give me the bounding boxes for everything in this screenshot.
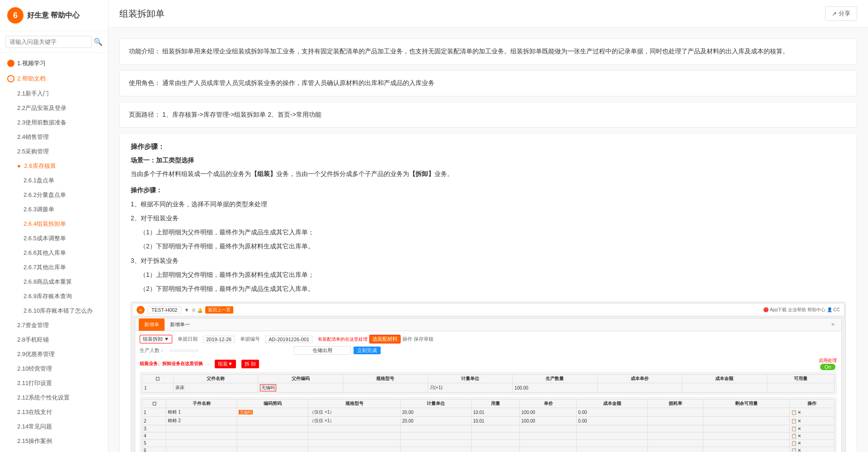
sidebar-item-2-6-6[interactable]: 2.6.6其他入库单 xyxy=(0,246,108,260)
content-area: 功能介绍： 组装拆卸单用来处理企业组装或拆卸等加工业务，支持有固定装配清单的产品… xyxy=(108,28,868,452)
l-cell-spec3 xyxy=(308,425,401,433)
l-cell-remain3 xyxy=(703,425,789,433)
l-cell-1: 1 xyxy=(142,408,166,417)
mock-close-icon[interactable]: ✕ xyxy=(828,321,838,328)
step2: 2、对于组装业务 xyxy=(131,213,846,224)
l-cell-name5 xyxy=(166,440,237,447)
ops-title: 操作步骤： xyxy=(131,143,846,151)
sidebar: 6 好生意 帮助中心 🔍 + 1.视频学习 − 2.帮助文档 2.1新手入门 2… xyxy=(0,0,108,452)
sidebar-item-2-6-8[interactable]: 2.6.8商品成本重算 xyxy=(0,275,108,289)
mock-bill-label: 单据编号 xyxy=(240,336,260,343)
mock-logo: 6 xyxy=(137,306,145,314)
mock-app-window: 6 TEST-H002 ▼ ⚙ 🔔 返回上一页 🔴 App下载 企业帮助 帮助中… xyxy=(131,302,845,452)
annotation3-text: 组装业务、拆卸业务在这里切换 xyxy=(140,361,203,367)
search-input[interactable] xyxy=(5,36,92,48)
mock-table-lower-head: ☐ 子件名称 编码简码 规格型号 计量单位 用量 单价 xyxy=(142,400,835,408)
l-cell-code2 xyxy=(237,417,308,425)
sidebar-item-2-6-7[interactable]: 2.6.7其他出库单 xyxy=(0,260,108,275)
mock-type-select[interactable]: 组装拆卸 ▼ xyxy=(140,335,172,343)
minus-circle-icon: ● xyxy=(17,162,21,169)
sidebar-item-2-3[interactable]: 2.3使用前数据准备 xyxy=(0,115,108,130)
sidebar-item-2-9[interactable]: 2.9优惠券管理 xyxy=(0,347,108,362)
mock-assembly-select[interactable]: 组装▼ xyxy=(215,360,236,368)
l-cell-spec5 xyxy=(308,440,401,447)
sidebar-item-2-12[interactable]: 2.12系统个性化设置 xyxy=(0,390,108,405)
mock-confirm-btn[interactable]: 立刻完成 xyxy=(354,347,381,354)
sidebar-item-2-10[interactable]: 2.10经营管理 xyxy=(0,362,108,376)
sidebar-item-2-5[interactable]: 2.5采购管理 xyxy=(0,144,108,159)
mock-tab-list[interactable]: 新增单一 xyxy=(165,319,195,331)
sidebar-item-2-1[interactable]: 2.1新手入门 xyxy=(0,86,108,101)
sidebar-item-2-6-4[interactable]: 2.6.4组装拆卸单 xyxy=(0,217,108,231)
sidebar-item-2-6-10[interactable]: 2.6.10库存账本错了怎么办 xyxy=(0,304,108,318)
sidebar-item-2-2[interactable]: 2.2产品安装及登录 xyxy=(0,101,108,115)
sidebar-item-2-8[interactable]: 2.8手机旺铺 xyxy=(0,333,108,347)
l-cell-price2: 100.00 xyxy=(520,417,577,425)
cell-cost-amount xyxy=(682,383,767,393)
l-cell-remain5 xyxy=(703,440,789,447)
sidebar-item-2-6-2[interactable]: 2.6.2分量盘点单 xyxy=(0,188,108,202)
mock-sections: 组装业务、拆卸业务在这里切换 ← 组装▼ 拆 卸 启用处理 On xyxy=(140,357,837,452)
sidebar-item-2-14[interactable]: 2.14常见问题 xyxy=(0,419,108,434)
table-row-l2: 2 棉棉 2 （仅仅 +1） 20.00 10.01 100.00 xyxy=(142,417,835,425)
sidebar-item-2-4[interactable]: 2.4销售管理 xyxy=(0,130,108,144)
col-cost-amount: 成本金额 xyxy=(682,375,767,383)
sidebar-item-2-13[interactable]: 2.13在线支付 xyxy=(0,405,108,419)
step2-2: （2）下部明细为子件明细，最终作为原材料生成其它出库单。 xyxy=(131,241,846,252)
role-block: 使用角色： 通常由生产人员或库管人员完成拆装业务的操作，库管人员确认原材料的出库… xyxy=(119,70,857,96)
step3-2: （2）下部明细为子件明细，最终作为产成品生成其它入库单。 xyxy=(131,283,846,295)
l-cell-price3 xyxy=(520,425,577,433)
sidebar-item-video[interactable]: + 1.视频学习 xyxy=(0,56,108,71)
mock-count-input[interactable] xyxy=(170,350,198,352)
role-text: 通常由生产人员或库管人员完成拆装业务的操作，库管人员确认原材料的出库和产成品的入… xyxy=(162,79,434,86)
sidebar-item-2-6-3[interactable]: 2.6.3调拨单 xyxy=(0,202,108,217)
mock-annotation-area1: 有装配清单的在这里处理 选装配材料 操作 保存审核 xyxy=(318,335,434,343)
search-button[interactable]: 🔍 xyxy=(94,38,103,46)
table-row-l4: 4 xyxy=(142,433,835,440)
sidebar-item-2-6[interactable]: ● 2.6库存核算 xyxy=(0,159,108,173)
mock-count-label: 生产人数： xyxy=(140,347,165,354)
sidebar-item-2-6-5[interactable]: 2.6.5成本调整单 xyxy=(0,231,108,246)
l-cell-unit5 xyxy=(401,440,472,447)
cell-check: 1 xyxy=(142,383,174,393)
sidebar-item-2-7[interactable]: 2.7资金管理 xyxy=(0,318,108,333)
l-cell-op6: 📋 ✕ xyxy=(789,447,834,452)
l-cell-name4 xyxy=(166,433,237,440)
sidebar-item-2-11[interactable]: 2.11打印设置 xyxy=(0,376,108,390)
l-cell-qty4 xyxy=(472,433,520,440)
table-header-row-lower: ☐ 子件名称 编码简码 规格型号 计量单位 用量 单价 xyxy=(142,400,835,408)
mock-on-toggle[interactable]: On xyxy=(820,364,836,370)
mock-dropdown-icon: ▼ xyxy=(184,307,189,313)
col-l-op: 操作 xyxy=(789,400,834,408)
sidebar-item-2-6-9[interactable]: 2.6.9库存账本查询 xyxy=(0,289,108,304)
l-cell-remain1 xyxy=(703,408,789,417)
nav-section: + 1.视频学习 − 2.帮助文档 2.1新手入门 2.2产品安装及登录 2.3… xyxy=(0,53,108,451)
mock-tab-new[interactable]: 新增单 xyxy=(139,319,165,331)
l-cell-unit2: 20.00 xyxy=(401,417,472,425)
l-cell-code3 xyxy=(237,425,308,433)
mock-config-btn[interactable]: 选装配材料 xyxy=(369,335,401,343)
l-cell-loss1 xyxy=(647,408,703,417)
mock-icons-right: 🔴 App下载 企业帮助 帮助中心 👤 CC xyxy=(763,307,840,313)
path-text: 1、库存核算->库存管理->组装拆卸单 2、首页->常用功能 xyxy=(162,111,321,118)
col-l-spec: 规格型号 xyxy=(308,400,401,408)
scene1-title: 场景一：加工类型选择 xyxy=(131,157,846,165)
sidebar-item-docs[interactable]: − 2.帮助文档 xyxy=(0,71,108,86)
mock-table-lower: ☐ 子件名称 编码简码 规格型号 计量单位 用量 单价 xyxy=(142,399,835,452)
l-cell-remain2 xyxy=(703,417,789,425)
l-cell-code4 xyxy=(237,433,308,440)
sidebar-item-2-15[interactable]: 2.15操作案例 xyxy=(0,434,108,448)
sidebar-item-2-6-1[interactable]: 2.6.1盘点单 xyxy=(0,173,108,188)
l-cell-qty6 xyxy=(472,447,520,452)
l-cell-spec4 xyxy=(308,433,401,440)
l-cell-loss6 xyxy=(647,447,703,452)
intro-block: 功能介绍： 组装拆卸单用来处理企业组装或拆卸等加工业务，支持有固定装配清单的产品… xyxy=(119,38,857,65)
l-cell-qty2: 10.01 xyxy=(472,417,520,425)
mock-type-input[interactable]: 拆 卸 xyxy=(241,360,259,368)
share-button[interactable]: ↗ 分享 xyxy=(825,6,857,21)
mock-store-input[interactable]: 仓储出用 xyxy=(294,346,351,355)
l-cell-2: 2 xyxy=(142,417,166,425)
scene1-desc: 当由多个子件材料组装成一个成品的业务为【组装】业务，当由一个父件拆分成多个子产品… xyxy=(131,168,846,180)
col-l-amount: 成本金额 xyxy=(576,400,647,408)
screenshot-wrapper: 6 TEST-H002 ▼ ⚙ 🔔 返回上一页 🔴 App下载 企业帮助 帮助中… xyxy=(131,302,845,452)
